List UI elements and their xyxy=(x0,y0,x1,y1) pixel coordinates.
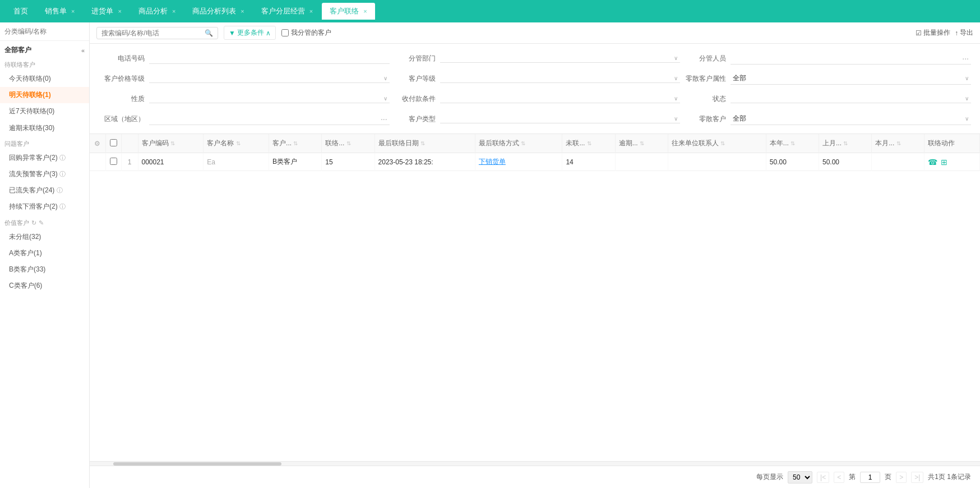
sidebar-item-7day-pending[interactable]: 近7天待联络(0) xyxy=(0,103,89,119)
sidebar-item-repurchase-abnormal[interactable]: 回购异常客户(2) ⓘ xyxy=(0,150,89,166)
customer-type-select[interactable]: ∨ xyxy=(440,114,681,123)
last-contact-date-header[interactable]: 最后联络日期 ⇅ xyxy=(375,134,475,153)
contact-action-header: 联络动作 xyxy=(924,134,980,153)
row-checkbox[interactable] xyxy=(110,158,117,165)
filter-row-retail-attr: 零散客户属性 全部 ∨ xyxy=(680,70,971,88)
customer-code-header[interactable]: 客户编码 ⇅ xyxy=(138,134,204,153)
chevron-down-icon: ∨ xyxy=(383,95,387,102)
last-contact-method-cell[interactable]: 下销货单 xyxy=(475,153,562,171)
customer-type-cell: B类客户 xyxy=(269,153,322,171)
action-icons: ☎ ⊞ xyxy=(928,158,976,167)
phone-input[interactable] xyxy=(151,54,387,62)
close-icon[interactable]: × xyxy=(172,8,175,15)
payment-label: 收付款条件 xyxy=(390,94,440,104)
company-contact-header[interactable]: 往来单位联系人 ⇅ xyxy=(668,134,766,153)
rownum-header xyxy=(121,134,138,153)
my-customers-checkbox-wrap[interactable]: 我分管的客户 xyxy=(281,28,331,38)
nav-tab-sales[interactable]: 销售单 × xyxy=(37,3,82,20)
this-month-header[interactable]: 本月... ⇅ xyxy=(872,134,924,153)
sidebar-item-class-a[interactable]: A类客户(1) xyxy=(0,245,89,261)
dept-select-wrap[interactable]: ∨ xyxy=(440,54,681,63)
chevron-up-icon: ∧ xyxy=(266,29,271,37)
horizontal-scrollbar[interactable] xyxy=(90,461,980,466)
first-page-btn[interactable]: |< xyxy=(817,472,829,483)
next-page-btn[interactable]: > xyxy=(896,472,907,483)
prev-page-btn[interactable]: < xyxy=(834,472,844,483)
info-icon: ⓘ xyxy=(57,187,63,194)
this-year-header[interactable]: 本年... ⇅ xyxy=(766,134,819,153)
sidebar-item-today-pending[interactable]: 今天待联络(0) xyxy=(0,71,89,87)
price-level-select[interactable]: ∨ xyxy=(149,74,390,83)
customer-level-select[interactable]: ∨ xyxy=(440,74,681,83)
nature-select[interactable]: ∨ xyxy=(149,94,390,103)
page-unit: 页 xyxy=(885,472,891,482)
sidebar-item-declining[interactable]: 持续下滑客户(2) ⓘ xyxy=(0,199,89,215)
info-icon: ⓘ xyxy=(59,154,66,161)
sidebar-item-class-b[interactable]: B类客户(33) xyxy=(0,261,89,278)
search-icon[interactable]: 🔍 xyxy=(205,29,213,37)
sidebar-group-value: 价值客户 ↻ ✎ xyxy=(0,215,89,229)
sidebar-item-tomorrow-pending[interactable]: 明天待联络(1) xyxy=(0,87,89,103)
status-select[interactable]: ∨ xyxy=(731,94,971,103)
select-all-checkbox[interactable] xyxy=(110,139,117,146)
sidebar-item-churn-warning[interactable]: 流失预警客户(3) ⓘ xyxy=(0,166,89,182)
sort-icon: ⇅ xyxy=(791,140,795,146)
close-icon[interactable]: × xyxy=(241,8,244,15)
sidebar-search-input[interactable] xyxy=(4,27,89,35)
grid-icon[interactable]: ⊞ xyxy=(941,158,947,167)
row-number: 1 xyxy=(121,153,138,171)
nav-tab-customer-contact[interactable]: 客户联络 × xyxy=(322,3,375,20)
area-label: 区域（地区） xyxy=(99,114,149,124)
edit-icon[interactable]: ✎ xyxy=(39,219,44,227)
last-page-btn[interactable]: >| xyxy=(911,472,923,483)
close-icon[interactable]: × xyxy=(363,8,367,15)
area-input-wrap[interactable]: ··· xyxy=(149,113,390,125)
nav-tab-purchase[interactable]: 进货单 × xyxy=(84,3,129,20)
batch-operation-btn[interactable]: ☑ 批量操作 xyxy=(916,28,950,38)
page-input[interactable] xyxy=(860,472,880,483)
scrollbar-thumb[interactable] xyxy=(113,462,281,466)
sidebar-item-overdue-pending[interactable]: 逾期未联络(30) xyxy=(0,120,89,136)
my-customers-checkbox[interactable] xyxy=(281,29,289,36)
sidebar-search-wrap: 🔍 xyxy=(0,22,89,41)
close-icon[interactable]: × xyxy=(118,8,121,15)
retail-customer-select[interactable]: 全部 ∨ xyxy=(731,113,971,125)
close-icon[interactable]: × xyxy=(71,8,75,15)
nav-tab-product-analysis[interactable]: 商品分析 × xyxy=(131,3,183,20)
uncontacted-header[interactable]: 未联... ⇅ xyxy=(562,134,615,153)
payment-select[interactable]: ∨ xyxy=(440,94,681,103)
sidebar-item-ungrouped[interactable]: 未分组(32) xyxy=(0,229,89,245)
contact-action-cell: ☎ ⊞ xyxy=(924,153,980,171)
sidebar-item-churned[interactable]: 已流失客户(24) ⓘ xyxy=(0,182,89,199)
sidebar-item-class-c[interactable]: C类客户(6) xyxy=(0,278,89,294)
overdue-header[interactable]: 逾期... ⇅ xyxy=(615,134,668,153)
customer-name-header[interactable]: 客户名称 ⇅ xyxy=(204,134,269,153)
dots-icon[interactable]: ··· xyxy=(381,114,387,123)
more-conditions-btn[interactable]: ▼ 更多条件 ∧ xyxy=(224,26,276,40)
close-icon[interactable]: × xyxy=(309,8,313,15)
dots-icon[interactable]: ··· xyxy=(962,54,969,63)
contact-header[interactable]: 联络... ⇅ xyxy=(322,134,375,153)
phone-input-wrap[interactable] xyxy=(149,53,390,64)
filter-row-nature: 性质 ∨ xyxy=(99,90,390,108)
settings-col-header[interactable]: ⚙ xyxy=(90,134,105,153)
sidebar-all-customers[interactable]: 全部客户 « xyxy=(0,41,89,57)
contact-icon[interactable]: ☎ xyxy=(928,158,937,167)
info-icon: ⓘ xyxy=(59,171,66,177)
chevron-down-icon: ∨ xyxy=(383,75,387,81)
filter-bar: 🔍 ▼ 更多条件 ∧ 我分管的客户 ☑ 批量操作 ↑ 导出 xyxy=(90,22,980,44)
nav-tab-product-list[interactable]: 商品分析列表 × xyxy=(184,3,252,20)
nav-home[interactable]: 首页 xyxy=(6,3,36,20)
last-month-header[interactable]: 上月... ⇅ xyxy=(819,134,872,153)
retail-attr-select[interactable]: 全部 ∨ xyxy=(731,72,971,85)
manager-input-wrap[interactable]: ··· xyxy=(731,53,971,65)
refresh-icon[interactable]: ↻ xyxy=(31,219,36,227)
search-input[interactable] xyxy=(101,29,202,37)
nav-tab-customer-tier[interactable]: 客户分层经营 × xyxy=(253,3,321,20)
advanced-filter-panel: 电话号码 分管部门 ∨ 分管人员 ··· xyxy=(90,44,980,134)
per-page-select[interactable]: 50 xyxy=(788,471,812,484)
export-btn[interactable]: ↑ 导出 xyxy=(955,28,973,38)
sort-icon: ⇅ xyxy=(843,140,848,146)
customer-type-header[interactable]: 客户... ⇅ xyxy=(269,134,322,153)
last-contact-method-header[interactable]: 最后联络方式 ⇅ xyxy=(475,134,562,153)
